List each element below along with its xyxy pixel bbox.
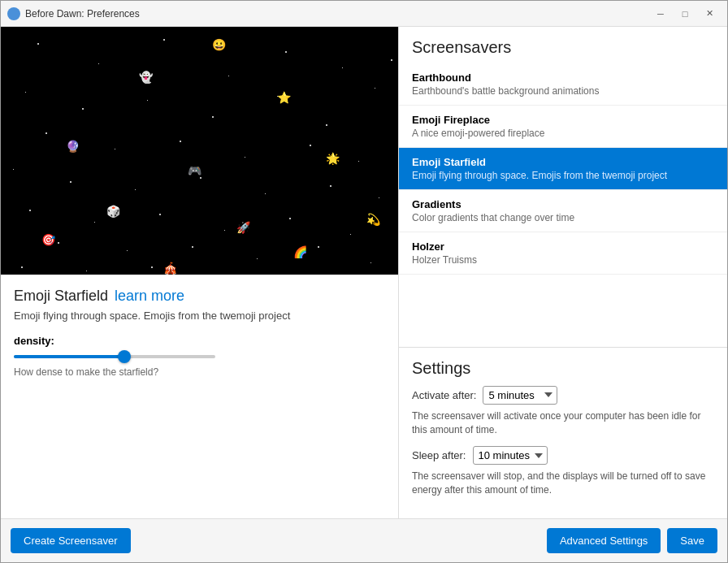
density-label: density: [14, 335, 385, 347]
density-hint: How dense to make the starfield? [14, 366, 385, 378]
activate-hint: The screensaver will activate once your … [412, 409, 714, 437]
emoji-sprite: 🚀 [236, 222, 250, 233]
star-particle [265, 193, 266, 194]
main-window: Before Dawn: Preferences ─ □ ✕ 😀👻⭐🔮🎮🌟🎲🚀💫… [0, 0, 728, 563]
screensaver-list-item[interactable]: Gradients Color gradients that change ov… [399, 190, 727, 232]
screensaver-item-name: Gradients [412, 198, 714, 210]
emoji-sprite: 🌟 [326, 153, 340, 164]
star-particle [310, 145, 311, 146]
star-particle [135, 189, 136, 190]
activate-select[interactable]: 1 minute2 minutes5 minutes10 minutes15 m… [483, 386, 557, 405]
screensaver-list-item[interactable]: Emoji Starfield Emoji flying through spa… [399, 148, 727, 190]
screensaver-item-name: Earthbound [412, 71, 714, 84]
star-particle [326, 124, 327, 126]
sleep-hint: The screensaver will stop, and the displ… [412, 470, 714, 497]
activate-row: Activate after: 1 minute2 minutes5 minut… [412, 386, 714, 405]
slider-thumb[interactable] [118, 350, 131, 363]
star-particle [289, 218, 291, 219]
star-particle [147, 100, 148, 101]
star-particle [330, 185, 332, 187]
star-particle [82, 108, 84, 110]
star-particle [212, 116, 214, 118]
save-button[interactable]: Save [667, 528, 717, 553]
screensaver-item-desc: A nice emoji-powered fireplace [412, 128, 714, 139]
star-particle [58, 242, 59, 244]
emoji-sprite: 🌈 [293, 246, 307, 258]
star-particle [180, 141, 181, 142]
star-particle [25, 92, 26, 93]
star-particle [70, 181, 72, 183]
screensaver-list: Earthbound Earthbound's battle backgroun… [399, 63, 727, 275]
screensaver-main-title: Emoji Starfield [14, 288, 108, 305]
star-particle [257, 258, 258, 259]
screensaver-list-item[interactable]: Holzer Holzer Truisms [399, 232, 727, 275]
bottom-bar: Create Screensaver Advanced Settings Sav… [1, 518, 727, 562]
settings-header: Settings [412, 359, 714, 378]
sleep-select[interactable]: 5 minutes10 minutes15 minutes30 minutes1… [473, 446, 548, 465]
screensaver-item-desc: Emoji flying through space. Emojis from … [412, 170, 714, 181]
activate-label: Activate after: [412, 389, 476, 401]
star-particle [115, 149, 115, 149]
content-area: 😀👻⭐🔮🎮🌟🎲🚀💫🎯🌈🎪 Emoji Starfield learn more … [1, 27, 727, 518]
advanced-settings-button[interactable]: Advanced Settings [547, 528, 661, 553]
left-info: Emoji Starfield learn more Emoji flying … [1, 275, 398, 518]
screensavers-header: Screensavers [399, 27, 727, 63]
emoji-sprite: 🎲 [106, 206, 120, 217]
star-particle [151, 266, 153, 268]
slider-fill [14, 355, 124, 358]
star-particle [200, 177, 202, 179]
star-particle [285, 51, 287, 53]
emoji-sprite: 🎪 [163, 262, 177, 274]
sleep-label: Sleep after: [412, 449, 466, 461]
star-particle [370, 262, 371, 263]
star-particle [127, 250, 128, 251]
preview-area: 😀👻⭐🔮🎮🌟🎲🚀💫🎯🌈🎪 [1, 27, 398, 275]
star-particle [37, 43, 39, 45]
learn-more-link[interactable]: learn more [115, 288, 184, 305]
star-particle [163, 39, 165, 41]
left-panel: 😀👻⭐🔮🎮🌟🎲🚀💫🎯🌈🎪 Emoji Starfield learn more … [1, 27, 399, 518]
star-particle [46, 132, 47, 134]
window-controls: ─ □ ✕ [649, 5, 721, 23]
screensaver-item-desc: Color gradients that change over time [412, 212, 714, 223]
screensaver-list-item[interactable]: Earthbound Earthbound's battle backgroun… [399, 63, 727, 106]
star-particle [350, 234, 351, 235]
emoji-sprite: 💫 [366, 214, 380, 225]
star-particle [13, 169, 14, 170]
star-particle [358, 161, 359, 162]
star-particle [29, 210, 31, 211]
star-particle [342, 67, 343, 68]
screensaver-title-row: Emoji Starfield learn more [14, 288, 385, 305]
minimize-button[interactable]: ─ [649, 5, 672, 23]
star-particle [86, 271, 87, 271]
screensaver-item-name: Emoji Fireplace [412, 114, 714, 126]
maximize-button[interactable]: □ [674, 5, 696, 23]
emoji-sprite: 👻 [139, 71, 153, 83]
close-button[interactable]: ✕ [698, 5, 721, 23]
emoji-sprite: ⭐ [277, 92, 291, 103]
settings-section: Settings Activate after: 1 minute2 minut… [399, 348, 727, 518]
star-particle [318, 246, 319, 248]
star-particle [192, 246, 193, 248]
emoji-sprite: 🎮 [188, 165, 202, 176]
star-particle [228, 76, 229, 76]
star-particle [98, 63, 99, 64]
emoji-sprite: 🔮 [66, 141, 80, 152]
screensaver-item-name: Emoji Starfield [412, 156, 714, 168]
star-particle [391, 59, 392, 61]
screensaver-item-name: Holzer [412, 240, 714, 253]
star-particle [159, 214, 161, 215]
screensaver-item-desc: Holzer Truisms [412, 254, 714, 266]
create-screensaver-button[interactable]: Create Screensaver [11, 528, 131, 553]
screensavers-section: Screensavers Earthbound Earthbound's bat… [399, 27, 727, 348]
screensaver-list-item[interactable]: Emoji Fireplace A nice emoji-powered fir… [399, 106, 727, 148]
emoji-sprite: 🎯 [41, 234, 55, 245]
right-panel: Screensavers Earthbound Earthbound's bat… [399, 27, 727, 518]
window-title: Before Dawn: Preferences [25, 8, 649, 19]
density-slider-container [14, 355, 385, 358]
app-icon [7, 7, 20, 20]
star-particle [224, 230, 225, 231]
star-particle [245, 157, 245, 158]
title-bar: Before Dawn: Preferences ─ □ ✕ [1, 1, 727, 27]
star-particle [21, 266, 23, 268]
